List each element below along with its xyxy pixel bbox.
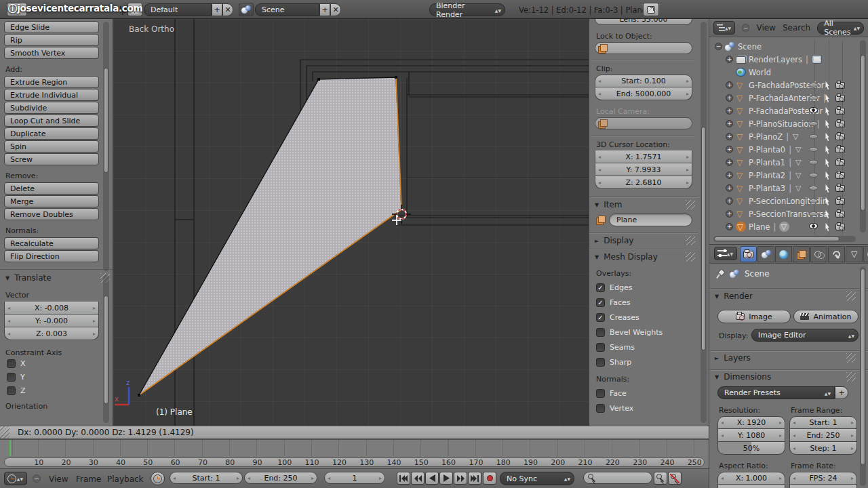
expand-toggle-icon[interactable] xyxy=(726,81,733,89)
vector-number-field[interactable]: X: -0.008 xyxy=(4,302,99,314)
render-panel-header[interactable]: ▼ Render xyxy=(709,289,859,303)
cursor-selectable-icon[interactable] xyxy=(824,120,831,129)
tool-button[interactable]: Smooth Vertex xyxy=(4,47,99,59)
panel-grip-icon[interactable] xyxy=(846,291,856,301)
expand-toggle-icon[interactable] xyxy=(726,223,733,230)
eye-visibility-icon[interactable] xyxy=(809,223,818,229)
axis-checkbox[interactable] xyxy=(7,386,16,395)
lock-to-object-field[interactable] xyxy=(595,42,692,54)
camera-render-icon[interactable] xyxy=(835,172,845,179)
screen-layout-field[interactable]: Default xyxy=(144,3,212,16)
eye-visibility-icon[interactable] xyxy=(809,160,818,165)
expand-toggle-icon[interactable] xyxy=(726,133,733,140)
current-frame-field[interactable]: 1 xyxy=(324,472,385,484)
eye-visibility-icon[interactable] xyxy=(809,107,818,113)
scene-field[interactable]: Scene xyxy=(255,3,319,16)
axis-checkbox[interactable] xyxy=(7,373,16,382)
object-name-field[interactable]: Plane xyxy=(609,214,692,226)
tab-constraints[interactable] xyxy=(810,246,827,262)
tool-button[interactable]: Extrude Region xyxy=(4,76,99,88)
pin-icon[interactable] xyxy=(716,269,724,279)
render-animation-button[interactable]: Animation xyxy=(793,310,859,323)
outliner-row[interactable]: G-FachadaPosterior | xyxy=(709,79,859,92)
translate-panel-header[interactable]: ▼ Translate xyxy=(0,271,113,285)
camera-render-icon[interactable] xyxy=(835,95,845,102)
panel-grip-icon[interactable] xyxy=(846,353,856,363)
outliner-filter-select[interactable]: All Scenes ▲▼ xyxy=(817,22,864,35)
tab-world[interactable] xyxy=(775,246,792,262)
outliner-item-label[interactable]: P-Planta3 xyxy=(749,184,785,193)
vector-number-field[interactable]: Z: 0.003 xyxy=(4,327,99,340)
camera-render-icon[interactable] xyxy=(835,224,845,230)
next-keyframe-button[interactable] xyxy=(454,472,467,485)
use-preview-range-toggle[interactable] xyxy=(151,472,165,485)
eye-visibility-icon[interactable] xyxy=(809,199,818,203)
display-panel-header[interactable]: ► Display xyxy=(589,234,698,247)
scene-delete-button[interactable]: ✕ xyxy=(330,3,341,16)
expand-toggle-icon[interactable] xyxy=(726,146,733,153)
cursor-selectable-icon[interactable] xyxy=(824,81,831,90)
layers-panel-header[interactable]: ► Layers xyxy=(709,351,859,365)
panel-grip-icon[interactable] xyxy=(686,200,695,209)
outliner-item-label[interactable]: P-PlanoZ xyxy=(749,132,783,142)
preset-add-button[interactable]: + xyxy=(835,386,848,399)
aspect-x-field[interactable]: X: 1.000 xyxy=(717,472,785,485)
eye-visibility-icon[interactable] xyxy=(809,186,818,190)
tool-button[interactable]: Loop Cut and Slide xyxy=(4,115,99,127)
timeline-menu-view[interactable]: View xyxy=(49,474,68,484)
operator-panel-scrollbar[interactable] xyxy=(103,275,109,423)
panel-grip-icon[interactable] xyxy=(686,236,695,245)
expand-toggle-icon[interactable] xyxy=(726,94,733,102)
panel-grip-icon[interactable] xyxy=(686,252,695,262)
overlay-checkbox[interactable] xyxy=(596,283,605,292)
scene-add-button[interactable]: + xyxy=(319,3,330,16)
resolution-y-field[interactable]: Y: 1080 xyxy=(717,429,785,442)
frame-end-field[interactable]: End: 250 xyxy=(789,429,857,442)
outliner-item-label[interactable]: World xyxy=(749,68,771,77)
panel-grip-icon[interactable] xyxy=(846,372,856,382)
play-reverse-button[interactable] xyxy=(425,472,439,485)
eye-visibility-icon[interactable] xyxy=(809,147,818,152)
camera-render-icon[interactable] xyxy=(835,185,845,192)
collapse-menus-icon[interactable]: − xyxy=(742,24,749,32)
expand-toggle-icon[interactable] xyxy=(726,184,733,192)
mesh-display-panel-header[interactable]: ▼ Mesh Display xyxy=(589,250,698,264)
previous-keyframe-button[interactable] xyxy=(411,472,425,485)
fps-field[interactable]: FPS: 24 xyxy=(789,472,857,485)
region-grip-icon[interactable] xyxy=(0,426,9,439)
tool-button[interactable]: Rip xyxy=(4,34,99,46)
local-camera-field[interactable] xyxy=(595,117,692,129)
outliner-row[interactable]: P-Planta1 | xyxy=(709,156,859,169)
outliner-item-label[interactable]: P-Planta0 xyxy=(749,145,785,155)
outliner-item-label[interactable]: P-Planta2 xyxy=(749,171,785,180)
vector-number-field[interactable]: Y: -0.000 xyxy=(4,314,99,327)
play-button[interactable] xyxy=(439,472,453,485)
outliner-row[interactable]: P-FachadaPosterior | xyxy=(709,104,859,117)
render-image-button[interactable]: Image xyxy=(717,310,791,323)
resolution-percentage-slider[interactable]: 50% xyxy=(717,442,785,455)
cursor-selectable-icon[interactable] xyxy=(824,171,831,180)
timeline-ruler[interactable]: 1020304050607080901001101201301401501601… xyxy=(0,456,709,468)
overlay-checkbox[interactable] xyxy=(596,358,605,367)
aspect-y-field[interactable] xyxy=(717,485,785,488)
normals-checkbox[interactable] xyxy=(596,404,605,413)
render-presets-select[interactable]: Render Presets ▲▼ xyxy=(717,386,835,399)
outliner-row[interactable]: P-PlanoSituacion | xyxy=(709,117,859,130)
cursor-selectable-icon[interactable] xyxy=(824,107,831,116)
render-engine-select[interactable]: Blender Render▲▼ xyxy=(429,3,505,16)
scene-browse-button[interactable] xyxy=(239,3,254,16)
timeline-start-field[interactable]: Start: 1 xyxy=(170,472,243,484)
camera-render-icon[interactable] xyxy=(835,121,845,127)
timeline-menu-playback[interactable]: Playback xyxy=(107,474,144,484)
fps-base-field[interactable] xyxy=(789,485,857,488)
layout-delete-button[interactable]: ✕ xyxy=(222,3,233,16)
camera-render-icon[interactable] xyxy=(835,211,845,218)
expand-toggle-icon[interactable] xyxy=(726,197,733,205)
camera-render-icon[interactable] xyxy=(835,82,845,89)
3d-viewport[interactable]: z x Back Ortho (1) Plane xyxy=(113,19,589,426)
eye-visibility-icon[interactable] xyxy=(809,211,818,216)
expand-toggle-icon[interactable] xyxy=(726,210,733,218)
outliner-row[interactable]: P-Planta2 | xyxy=(709,169,859,182)
timeline-tracks[interactable] xyxy=(0,439,709,456)
window-fullscreen-button[interactable] xyxy=(643,3,659,16)
